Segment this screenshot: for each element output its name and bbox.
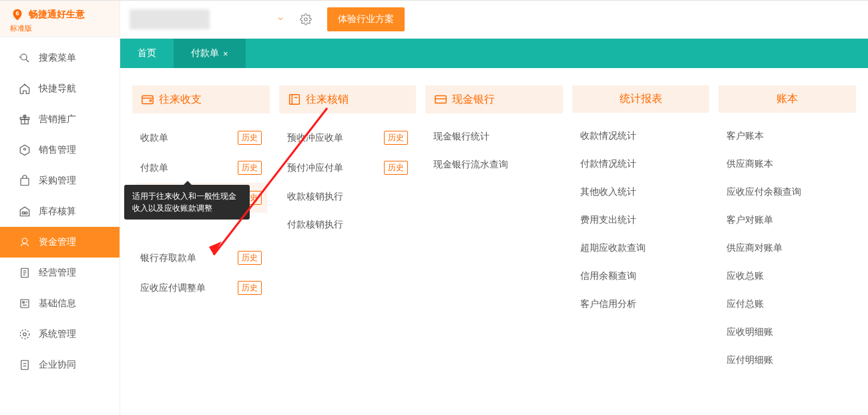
history-badge[interactable]: 历史 <box>384 131 408 145</box>
link-item[interactable]: 预付冲应付单历史 <box>282 153 414 183</box>
link-item[interactable]: 超期应收款查询 <box>575 234 707 262</box>
link-item[interactable]: 供应商账本 <box>721 150 853 178</box>
close-icon[interactable]: × <box>223 49 228 59</box>
svg-rect-8 <box>21 178 29 185</box>
link-item[interactable]: 付款核销执行 <box>282 211 414 239</box>
link-label: 现金银行统计 <box>433 131 489 143</box>
brand-edition: 标准版 <box>10 23 110 33</box>
tab-0[interactable]: 首页 <box>120 39 174 68</box>
link-item[interactable]: 付款情况统计 <box>575 150 707 178</box>
column-title: 账本 <box>777 92 798 106</box>
warehouse-icon <box>19 205 31 218</box>
link-item[interactable]: 客户信用分析 <box>575 290 707 318</box>
svg-point-20 <box>20 330 29 339</box>
nav-label: 搜索菜单 <box>39 52 76 64</box>
link-item[interactable]: 银行存取款单历史 <box>135 243 267 273</box>
link-list: 现金银行统计现金银行流水查询 <box>425 113 563 188</box>
link-label: 付款单 <box>140 162 168 174</box>
column-header: 往来核销 <box>279 85 417 113</box>
nav-label: 基础信息 <box>39 298 76 310</box>
brand-name: 畅捷通好生意 <box>29 9 85 21</box>
link-label: 应付总账 <box>726 298 764 310</box>
link-label: 收款单 <box>140 132 168 144</box>
nav-item-system[interactable]: 系统管理 <box>0 319 120 350</box>
column-title: 统计报表 <box>620 92 662 106</box>
link-label: 应付明细账 <box>726 354 773 366</box>
wallet-icon <box>140 92 155 107</box>
tooltip-text: 适用于往来收入和一般性现金收入以及应收账款调整 <box>132 191 236 213</box>
column-title: 现金银行 <box>452 93 495 107</box>
link-item[interactable]: 预收冲应收单历史 <box>282 123 414 153</box>
link-item[interactable]: 其他收入统计 <box>575 178 707 206</box>
tab-1[interactable]: 付款单× <box>174 39 246 68</box>
history-badge[interactable]: 历史 <box>238 251 262 265</box>
nav-item-bag[interactable]: 采购管理 <box>0 165 120 196</box>
history-badge[interactable]: 历史 <box>238 161 262 175</box>
link-label: 费用支出统计 <box>580 214 636 226</box>
link-item[interactable]: 现金银行流水查询 <box>428 151 560 179</box>
chevron-down-icon[interactable] <box>276 14 284 25</box>
column-1: 往来核销预收冲应收单历史预付冲应付单历史收款核销执行付款核销执行 <box>279 85 417 384</box>
try-industry-solution-button[interactable]: 体验行业方案 <box>327 7 405 31</box>
svg-rect-28 <box>289 95 299 105</box>
history-badge[interactable]: 历史 <box>238 131 262 145</box>
link-label: 信用余额查询 <box>580 270 636 282</box>
svg-rect-17 <box>23 302 24 303</box>
link-item[interactable]: 应收应付调整单历史 <box>135 273 267 303</box>
nav-item-team[interactable]: 企业协同 <box>0 350 120 380</box>
nav-label: 库存核算 <box>39 205 76 218</box>
nav-label: 销售管理 <box>39 144 76 156</box>
link-item[interactable]: 收款单历史 <box>135 123 267 153</box>
link-label: 应收应付余额查询 <box>726 186 801 198</box>
history-badge[interactable]: 历史 <box>238 281 262 295</box>
info-icon <box>19 298 31 310</box>
link-label: 客户账本 <box>726 130 764 142</box>
tab-label: 付款单 <box>191 47 219 59</box>
link-list: 收款情况统计付款情况统计其他收入统计费用支出统计超期应收款查询信用余额查询客户信… <box>572 113 710 328</box>
link-item[interactable]: 费用支出统计 <box>575 206 707 234</box>
svg-rect-22 <box>21 360 29 370</box>
nav-item-money[interactable]: 资金管理 <box>0 227 120 258</box>
svg-rect-9 <box>22 212 24 214</box>
link-item[interactable]: 供应商对账单 <box>721 234 853 262</box>
history-badge[interactable]: 历史 <box>384 161 408 175</box>
link-item[interactable]: 应收明细账 <box>721 318 853 346</box>
link-item[interactable]: 应付明细账 <box>721 346 853 374</box>
nav-item-doc[interactable]: 经营管理 <box>0 258 120 288</box>
link-label: 客户信用分析 <box>580 298 636 310</box>
nav-item-search[interactable]: 搜索菜单 <box>0 43 120 73</box>
link-item[interactable]: 应收应付余额查询 <box>721 178 853 206</box>
nav-label: 资金管理 <box>39 236 76 248</box>
svg-rect-16 <box>21 300 29 308</box>
link-item[interactable]: 信用余额查询 <box>575 262 707 290</box>
column-header: 统计报表 <box>572 85 710 113</box>
company-selector-blurred[interactable] <box>130 9 210 29</box>
link-item[interactable]: 收款核销执行 <box>282 183 414 211</box>
link-item[interactable]: 应收总账 <box>721 262 853 290</box>
nav-item-warehouse[interactable]: 库存核算 <box>0 196 120 227</box>
link-item[interactable]: 客户账本 <box>721 122 853 150</box>
link-label: 应收应付调整单 <box>140 282 206 294</box>
nav-item-info[interactable]: 基础信息 <box>0 288 120 319</box>
link-item[interactable]: 应付总账 <box>721 290 853 318</box>
system-icon <box>19 328 31 340</box>
svg-point-11 <box>22 238 27 244</box>
link-item[interactable]: 现金银行统计 <box>428 123 560 151</box>
link-label: 银行存取款单 <box>140 252 196 264</box>
nav-item-gift[interactable]: 营销推广 <box>0 104 120 135</box>
link-label: 收款核销执行 <box>287 191 343 203</box>
nav-item-home[interactable]: 快捷导航 <box>0 73 120 104</box>
link-item[interactable]: 付款单历史 <box>135 153 267 183</box>
column-3: 统计报表收款情况统计付款情况统计其他收入统计费用支出统计超期应收款查询信用余额查… <box>572 85 710 384</box>
link-label: 付款情况统计 <box>580 158 636 170</box>
nav-label: 经营管理 <box>39 267 76 279</box>
nav-label: 采购管理 <box>39 175 76 187</box>
column-header: 账本 <box>718 85 856 113</box>
svg-point-27 <box>150 99 152 101</box>
bag-icon <box>19 175 31 187</box>
link-item[interactable]: 客户对账单 <box>721 206 853 234</box>
link-item[interactable]: 收款情况统计 <box>575 122 707 150</box>
gear-icon[interactable] <box>299 13 312 26</box>
nav-item-tag[interactable]: 销售管理 <box>0 135 120 165</box>
link-list: 预收冲应收单历史预付冲应付单历史收款核销执行付款核销执行 <box>279 113 417 248</box>
